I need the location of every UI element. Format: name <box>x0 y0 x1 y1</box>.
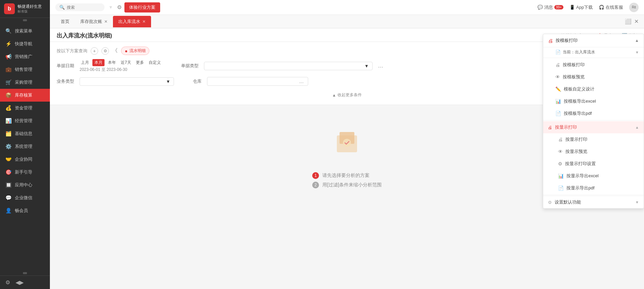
header-search-box[interactable]: 🔍 <box>55 3 105 11</box>
dropdown-header-left: 🖨 按模板打印 <box>548 37 578 44</box>
purchase-icon: 🛒 <box>5 79 11 85</box>
dropdown-item-display-settings[interactable]: ⚙ 按显示打印设置 <box>543 158 644 170</box>
warehouse-label: 仓库 <box>193 78 202 84</box>
display-preview-label: 按显示预览 <box>565 149 587 155</box>
company-name: 畅捷通好生意 <box>18 4 42 9</box>
tab-batch[interactable]: 库存批次账 ✕ <box>75 16 113 27</box>
display-section-header[interactable]: 🖨 按显示打印 ▲ <box>543 121 644 133</box>
display-pdf-icon: 📄 <box>558 185 564 191</box>
tab-flow[interactable]: 出入库流水 ✕ <box>113 16 151 27</box>
dropdown-item-template-print[interactable]: 🖨 按模板打印 <box>543 59 644 71</box>
dropdown-item-template-pdf[interactable]: 📄 按模板导出pdf <box>543 107 644 120</box>
sidebar-item-operations[interactable]: 📊 经营管理 <box>0 114 50 127</box>
display-settings-label: 按显示打印设置 <box>565 161 596 167</box>
sidebar-item-marketing[interactable]: 📢 营销推广 <box>0 50 50 63</box>
settings-icon[interactable]: ⚙ <box>5 279 10 286</box>
customer-service-label: 在线客服 <box>606 4 623 10</box>
dropdown-header[interactable]: 🖨 按模板打印 ▲ <box>543 34 644 47</box>
sidebar-scroll-up[interactable] <box>0 18 50 23</box>
sidebar-item-system[interactable]: ⚙️ 系统管理 <box>0 140 50 153</box>
dropdown-item-display-preview[interactable]: 👁 按显示预览 <box>543 146 644 158</box>
sales-icon: 💼 <box>5 67 11 73</box>
dropdown-footer[interactable]: ⚙ 设置默认功能 ▼ <box>543 196 644 208</box>
filter-add-btn[interactable]: + <box>91 47 98 55</box>
app-download-btn[interactable]: 📱 App下载 <box>569 4 593 10</box>
sidebar-scroll-down[interactable] <box>0 271 50 275</box>
app-center-icon: 🔲 <box>5 182 11 188</box>
page-title: 出入库流水(流水明细) <box>57 32 112 40</box>
filter-settings-btn[interactable]: ⚙ <box>101 47 109 55</box>
sidebar-item-guide[interactable]: 🎯 新手引导 <box>0 166 50 179</box>
sidebar-item-enterprise[interactable]: 🤝 企业协同 <box>0 153 50 166</box>
sidebar-item-label: 新手引导 <box>15 169 32 175</box>
trial-btn[interactable]: 体验行业方案 <box>124 2 160 12</box>
biz-type-select[interactable]: ▼ <box>80 77 174 86</box>
shortcut-this-month[interactable]: 本月 <box>92 59 105 66</box>
messages-btn[interactable]: 💬 消息 99+ <box>537 4 563 10</box>
filter-collapse-btn[interactable]: 《 <box>112 47 118 54</box>
tab-batch-label: 库存批次账 <box>80 19 102 25</box>
divider-after-current <box>543 58 644 58</box>
sidebar-item-app-center[interactable]: 🔲 应用中心 <box>0 179 50 191</box>
tab-bar: 首页 库存批次账 ✕ 出入库流水 ✕ ⬜ ✕ <box>50 15 644 28</box>
dropdown-item-display-print[interactable]: 🖨 按显示打印 <box>543 133 644 146</box>
search-input[interactable] <box>67 5 100 10</box>
doc-type-select[interactable]: ▼ <box>204 62 373 70</box>
tab-home[interactable]: 首页 <box>55 16 75 27</box>
sidebar-item-inventory[interactable]: 📦 库存核算 <box>0 89 50 102</box>
display-print-item-icon: 🖨 <box>558 137 563 142</box>
membership-icon: 👤 <box>5 208 11 214</box>
step-2-num: 2 <box>312 182 319 188</box>
sidebar-item-membership[interactable]: 👤 畅会员 <box>0 204 50 217</box>
header-right: 💬 消息 99+ 📱 App下载 🎧 在线客服 Rit <box>537 3 639 12</box>
sidebar-item-finance[interactable]: 💰 资金管理 <box>0 102 50 114</box>
tab-flow-close[interactable]: ✕ <box>142 19 146 24</box>
filter-tag[interactable]: ● 流水明细 <box>121 47 149 55</box>
tab-home-label: 首页 <box>61 19 69 25</box>
warehouse-select[interactable]: … <box>207 77 308 86</box>
current-label: 当前：出入库流水 <box>563 49 595 55</box>
user-avatar-area[interactable]: Rit <box>629 3 639 12</box>
sidebar-item-sales[interactable]: 💼 销售管理 <box>0 63 50 76</box>
shortcut-this-year[interactable]: 本年 <box>107 59 117 66</box>
date-shortcuts: 上月 本月 本年 近7天 更多 自定义 <box>80 59 162 66</box>
sidebar: b 畅捷通好生意 标准版 🔍 搜索菜单 ⚡ 快捷导航 📢 营销推广 💼 销售管理… <box>0 0 50 289</box>
customer-service-btn[interactable]: 🎧 在线客服 <box>599 4 623 10</box>
messages-label: 消息 <box>544 4 553 10</box>
sidebar-item-label: 采购管理 <box>15 79 32 85</box>
shortcut-more[interactable]: 更多 <box>135 59 145 66</box>
sidebar-item-wechat[interactable]: 💬 企业微信 <box>0 191 50 204</box>
footer-chevron: ▼ <box>635 200 639 204</box>
sidebar-item-quick-nav[interactable]: ⚡ 快捷导航 <box>0 37 50 50</box>
shortcut-custom[interactable]: 自定义 <box>147 59 162 66</box>
tab-batch-close[interactable]: ✕ <box>104 19 108 24</box>
dropdown-item-display-excel[interactable]: 📊 按显示导出excel <box>543 170 644 182</box>
dropdown-print-icon: 🖨 <box>548 38 553 44</box>
more-options-dots[interactable]: … <box>378 63 384 69</box>
template-preview-label: 按模板预览 <box>563 74 585 80</box>
biz-type-chevron: ▼ <box>166 79 170 84</box>
sidebar-item-purchase[interactable]: 🛒 采购管理 <box>0 76 50 89</box>
sidebar-item-label: 畅会员 <box>15 208 28 214</box>
dropdown-footer-left: ⚙ 设置默认功能 <box>548 199 581 205</box>
shortcut-7days[interactable]: 近7天 <box>119 59 133 66</box>
collapse-sidebar-icon[interactable]: ◀▶ <box>16 279 24 286</box>
header-gear-icon[interactable]: ⚙ <box>117 4 122 10</box>
tab-maximize-icon[interactable]: ⬜ <box>625 18 632 25</box>
search-icon: 🔍 <box>59 5 65 10</box>
system-icon: ⚙️ <box>5 143 11 150</box>
sidebar-item-basic-info[interactable]: 🗂️ 基础信息 <box>0 127 50 140</box>
sidebar-item-search[interactable]: 🔍 搜索菜单 <box>0 25 50 37</box>
warehouse-more-dots[interactable]: … <box>299 79 304 84</box>
dropdown-item-display-pdf[interactable]: 📄 按显示导出pdf <box>543 182 644 194</box>
dropdown-item-template-excel[interactable]: 📊 按模板导出excel <box>543 95 644 107</box>
shortcut-last-month[interactable]: 上月 <box>80 59 90 66</box>
dropdown-item-template-design[interactable]: ✏️ 模板自定义设计 <box>543 83 644 95</box>
template-pdf-label: 按模板导出pdf <box>564 110 592 116</box>
tab-close-all-icon[interactable]: ✕ <box>634 18 639 25</box>
dropdown-item-template-preview[interactable]: 👁 按模板预览 <box>543 71 644 83</box>
tab-flow-label: 出入库流水 <box>118 19 140 25</box>
print-dropdown-panel: 🖨 按模板打印 ▲ 📄 当前：出入库流水 ▼ 🖨 按模板打印 👁 按模板预览 ✏… <box>543 34 644 209</box>
template-print-label: 按模板打印 <box>563 62 585 68</box>
biz-type-label: 业务类型 <box>57 78 74 84</box>
